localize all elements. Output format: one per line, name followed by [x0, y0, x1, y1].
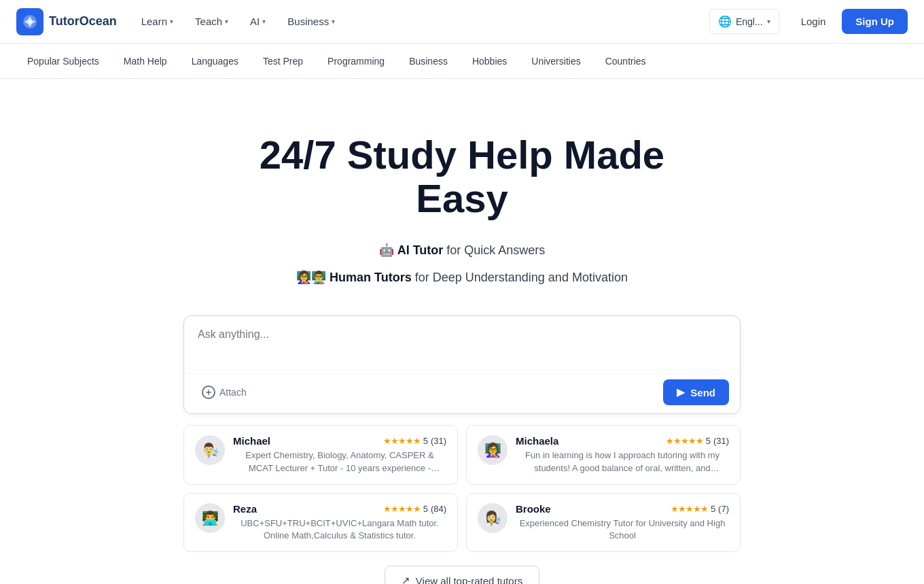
- attach-icon: +: [202, 385, 215, 399]
- star-icons: ★★★★★: [383, 436, 421, 446]
- tutor-rating: ★★★★★ 5 (31): [383, 436, 446, 446]
- tutor-card-michaela[interactable]: 👩‍🏫 Michaela ★★★★★ 5 (31) Fun in learnin…: [466, 425, 741, 484]
- tutor-name: Michael: [233, 435, 270, 447]
- search-footer: + Attach ▶ Send: [184, 373, 740, 413]
- chevron-down-icon: ▾: [332, 18, 335, 25]
- login-button[interactable]: Login: [790, 10, 837, 33]
- review-count: (31): [713, 436, 729, 446]
- avatar: 👩‍🔬: [478, 503, 508, 533]
- navbar: TutorOcean Learn ▾ Teach ▾ AI ▾ Business…: [0, 0, 924, 44]
- chevron-down-icon: ▾: [262, 18, 266, 25]
- subnav-countries[interactable]: Countries: [594, 50, 657, 72]
- chevron-down-icon: ▾: [225, 18, 228, 25]
- tutor-desc: UBC+SFU+TRU+BCIT+UVIC+Langara Math tutor…: [233, 517, 446, 542]
- tutor-rating: ★★★★★ 5 (31): [666, 436, 729, 446]
- search-input[interactable]: [184, 316, 740, 371]
- view-all-container: ↗ View all top-rated tutors: [183, 566, 741, 584]
- globe-icon: 🌐: [718, 15, 732, 28]
- language-selector[interactable]: 🌐 Engl... ▾: [709, 9, 779, 34]
- hero-subtitle-human: 👩‍🏫👨‍🏫 Human Tutors for Deep Understandi…: [296, 267, 628, 288]
- subnav-popular-subjects[interactable]: Popular Subjects: [16, 50, 110, 72]
- rating-score: 5: [423, 436, 428, 446]
- tutor-rating: ★★★★★ 5 (84): [383, 504, 446, 514]
- nav-ai[interactable]: AI ▾: [242, 10, 274, 33]
- view-all-tutors-button[interactable]: ↗ View all top-rated tutors: [385, 566, 539, 584]
- subnav-math-help[interactable]: Math Help: [113, 50, 178, 72]
- tutor-name: Michaela: [516, 435, 558, 447]
- tutors-grid: 👨‍🔬 Michael ★★★★★ 5 (31) Expert Chemistr…: [183, 425, 741, 552]
- avatar: 👨‍🔬: [195, 435, 225, 465]
- subnav-test-prep[interactable]: Test Prep: [252, 50, 314, 72]
- tutor-name: Reza: [233, 503, 257, 515]
- chevron-down-icon: ▾: [767, 18, 770, 25]
- subnav-programming[interactable]: Programming: [317, 50, 395, 72]
- send-button[interactable]: ▶ Send: [663, 379, 729, 405]
- tutor-card-reza[interactable]: 👨‍💻 Reza ★★★★★ 5 (84) UBC+SFU+TRU+BCIT+U…: [183, 493, 458, 552]
- review-count: (7): [718, 504, 729, 514]
- tutor-rating: ★★★★★ 5 (7): [671, 504, 729, 514]
- send-icon: ▶: [677, 386, 685, 398]
- nav-business[interactable]: Business ▾: [279, 10, 343, 33]
- star-icons: ★★★★★: [383, 504, 421, 514]
- hero-subtitle-ai: 🤖 AI Tutor for Quick Answers: [379, 239, 546, 261]
- rating-score: 5: [711, 504, 715, 514]
- tutor-desc: Expert Chemistry, Biology, Anatomy, CASP…: [233, 449, 446, 474]
- review-count: (84): [431, 504, 446, 514]
- subnav-business[interactable]: Business: [398, 50, 459, 72]
- subnav: Popular Subjects Math Help Languages Tes…: [0, 44, 924, 79]
- chevron-down-icon: ▾: [170, 18, 173, 25]
- nav-teach[interactable]: Teach ▾: [187, 10, 236, 33]
- rating-score: 5: [706, 436, 711, 446]
- tutor-card-brooke[interactable]: 👩‍🔬 Brooke ★★★★★ 5 (7) Experienced Chemi…: [466, 493, 741, 552]
- tutor-card-michael[interactable]: 👨‍🔬 Michael ★★★★★ 5 (31) Expert Chemistr…: [183, 425, 458, 484]
- tutor-desc: Fun in learning is how I approach tutori…: [516, 449, 729, 474]
- hero-section: 24/7 Study Help Made Easy 🤖 AI Tutor for…: [0, 79, 924, 584]
- avatar: 👨‍💻: [195, 503, 225, 533]
- logo-text: TutorOcean: [49, 14, 117, 29]
- search-box: + Attach ▶ Send: [183, 315, 741, 414]
- external-link-icon: ↗: [402, 574, 410, 584]
- rating-score: 5: [423, 504, 428, 514]
- review-count: (31): [431, 436, 446, 446]
- tutor-desc: Experienced Chemistry Tutor for Universi…: [516, 517, 729, 542]
- logo[interactable]: TutorOcean: [16, 8, 117, 35]
- tutor-name: Brooke: [516, 503, 551, 515]
- star-icons: ★★★★★: [671, 504, 708, 514]
- subnav-languages[interactable]: Languages: [181, 50, 249, 72]
- subnav-universities[interactable]: Universities: [520, 50, 591, 72]
- nav-learn[interactable]: Learn ▾: [133, 10, 181, 33]
- signup-button[interactable]: Sign Up: [842, 9, 908, 34]
- avatar: 👩‍🏫: [478, 435, 508, 465]
- logo-icon: [16, 8, 43, 35]
- hero-title: 24/7 Study Help Made Easy: [224, 133, 700, 220]
- star-icons: ★★★★★: [666, 436, 703, 446]
- subnav-hobbies[interactable]: Hobbies: [461, 50, 518, 72]
- attach-button[interactable]: + Attach: [195, 381, 253, 403]
